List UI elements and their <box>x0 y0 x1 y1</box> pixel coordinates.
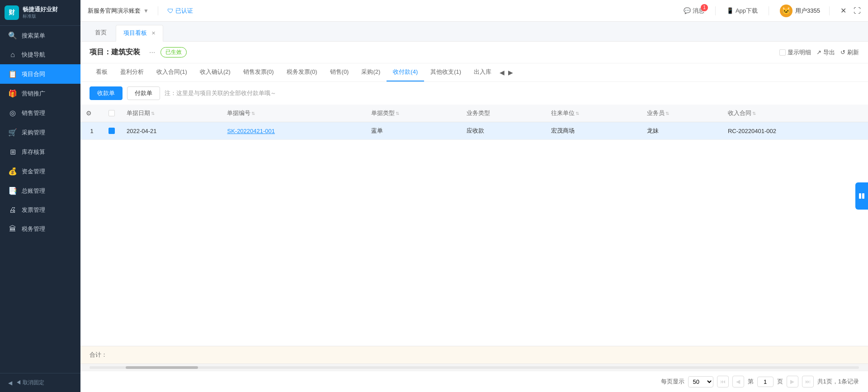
subtab-inout-label: 出入库 <box>474 68 491 75</box>
subtab-tax-invoice[interactable]: 税务发票(0) <box>280 63 324 81</box>
refresh-button[interactable]: ↺ 刷新 <box>840 48 859 57</box>
sidebar-item-finance[interactable]: 💰 资金管理 <box>0 162 80 181</box>
th-partner[interactable]: 往来单位 ⇅ <box>546 105 641 122</box>
filter-bar: 收款单 付款单 注：这里是与项目关联的全部收付款单哦～ <box>80 82 868 105</box>
subtabs-prev-btn[interactable]: ◀ <box>498 65 506 80</box>
sidebar-item-purchase[interactable]: 🛒 采购管理 <box>0 123 80 142</box>
sidebar-item-ledger[interactable]: 📑 总账管理 <box>0 181 80 201</box>
more-button[interactable]: ··· <box>149 48 155 57</box>
th-partner-sort[interactable]: 往来单位 ⇅ <box>551 109 636 117</box>
table-header-row: ⚙ 单据日期 ⇅ 单据编号 <box>80 105 868 122</box>
th-date-sort[interactable]: 单据日期 ⇅ <box>127 109 216 117</box>
search-icon: 🔍 <box>8 31 17 40</box>
app-title-block: 畅捷通好业财 标准版 <box>23 6 58 20</box>
th-salesman-sort[interactable]: 业务员 ⇅ <box>647 109 717 117</box>
th-number[interactable]: 单据编号 ⇅ <box>222 105 365 122</box>
next-page-btn[interactable]: ▶ <box>787 376 798 387</box>
subtab-inout[interactable]: 出入库 <box>467 63 498 81</box>
subtab-kanban-label: 看板 <box>96 68 108 75</box>
th-type-sort[interactable]: 单据类型 ⇅ <box>371 109 456 117</box>
receipt-filter-btn[interactable]: 收款单 <box>90 86 123 100</box>
user-menu[interactable]: 🐱 用户3355 <box>780 5 820 17</box>
sidebar-item-label: 快捷导航 <box>22 51 45 59</box>
subtabs-next-btn[interactable]: ▶ <box>506 65 515 80</box>
header-actions: 显示明细 ↗ 导出 ↺ 刷新 <box>779 48 859 57</box>
project-selector[interactable]: 新服务官网演示账套 ▼ <box>88 7 149 15</box>
unpin-icon: ◀ <box>8 380 12 386</box>
last-page-btn[interactable]: ⏭ <box>802 376 814 387</box>
expand-window-button[interactable]: ⛶ <box>854 7 861 15</box>
sidebar-item-invoice[interactable]: 🖨 发票管理 <box>0 201 80 220</box>
th-income-contract-sort[interactable]: 收入合同 ⇅ <box>728 109 863 117</box>
subtab-purchase[interactable]: 采购(2) <box>355 63 387 81</box>
close-window-button[interactable]: ✕ <box>840 6 846 15</box>
sidebar-item-marketing[interactable]: 🎁 营销推广 <box>0 84 80 103</box>
th-type[interactable]: 单据类型 ⇅ <box>366 105 461 122</box>
row-number[interactable]: SK-20220421-001 <box>222 122 365 140</box>
scrollbar-thumb[interactable] <box>126 366 198 369</box>
tab-close-icon[interactable]: ✕ <box>151 30 156 36</box>
message-icon: 💬 <box>684 7 691 14</box>
subtab-sales-invoice[interactable]: 销售发票(0) <box>237 63 280 81</box>
subtab-kanban[interactable]: 看板 <box>90 63 114 81</box>
export-button[interactable]: ↗ 导出 <box>816 48 835 57</box>
sidebar-item-inventory[interactable]: ⊞ 库存核算 <box>0 142 80 162</box>
subtab-receipt[interactable]: 收付款(4) <box>387 63 424 81</box>
svg-rect-0 <box>859 193 861 199</box>
subtab-other-expense[interactable]: 其他收支(1) <box>424 63 467 81</box>
table-row[interactable]: 1 2022-04-21 SK-20220421-001 蓝单 应收款 宏茂商场… <box>80 122 868 140</box>
scrollbar-track <box>90 366 859 369</box>
prev-page-btn[interactable]: ◀ <box>732 376 744 387</box>
project-name: 新服务官网演示账套 <box>88 7 141 15</box>
subtab-profit[interactable]: 盈利分析 <box>114 63 150 81</box>
first-page-btn[interactable]: ⏮ <box>717 376 729 387</box>
page-label: 第 <box>748 378 754 386</box>
unpin-button[interactable]: ◀ ◀ 取消固定 <box>0 373 80 392</box>
settings-icon[interactable]: ⚙ <box>86 110 92 117</box>
th-number-sort[interactable]: 单据编号 ⇅ <box>227 109 360 117</box>
row-number-link[interactable]: SK-20220421-001 <box>227 128 275 134</box>
app-logo: 财 <box>5 5 19 20</box>
app-download-button[interactable]: 📱 App下载 <box>726 7 758 15</box>
finance-icon: 💰 <box>8 167 17 176</box>
subtabs: 看板 盈利分析 收入合同(1) 收入确认(2) 销售发票(0) 税务发票(0) … <box>80 63 868 82</box>
th-check[interactable] <box>103 105 121 122</box>
sidebar-item-tax[interactable]: 🏛 税务管理 <box>0 220 80 239</box>
sidebar-item-label: 销售管理 <box>22 109 45 117</box>
row-checkbox[interactable] <box>108 128 115 134</box>
message-button[interactable]: 💬 消息 1 <box>684 7 704 15</box>
page-title-prefix: 项目： <box>90 48 111 56</box>
row-income-contract: RC-20220401-002 <box>722 122 868 140</box>
right-panel-btn[interactable] <box>855 182 868 210</box>
per-page-select[interactable]: 50 100 200 <box>688 376 713 387</box>
sidebar-item-search[interactable]: 🔍 搜索菜单 <box>0 26 80 45</box>
th-income-contract[interactable]: 收入合同 ⇅ <box>722 105 868 122</box>
sidebar-item-quicknav[interactable]: ⌂ 快捷导航 <box>0 45 80 64</box>
row-check[interactable] <box>103 122 121 140</box>
header-checkbox[interactable] <box>108 110 115 116</box>
show-detail-checkbox[interactable]: 显示明细 <box>779 48 811 57</box>
subtab-income-confirm[interactable]: 收入确认(2) <box>193 63 237 81</box>
subtab-sales[interactable]: 销售(0) <box>324 63 355 81</box>
sidebar-item-contracts[interactable]: 📋 项目合同 <box>0 64 80 84</box>
subtab-sales-label: 销售(0) <box>330 68 349 75</box>
ledger-icon: 📑 <box>8 186 17 195</box>
content-area: 项目：建筑安装 ··· 已生效 显示明细 ↗ 导出 ↺ 刷新 <box>80 42 868 392</box>
page-input[interactable] <box>757 377 774 387</box>
sort-icon: ⇅ <box>752 111 756 116</box>
total-label: 合计： <box>90 351 107 358</box>
th-salesman[interactable]: 业务员 ⇅ <box>642 105 722 122</box>
export-icon: ↗ <box>816 49 821 56</box>
sidebar-item-label: 资金管理 <box>22 167 45 176</box>
checkbox-square <box>779 49 786 56</box>
subtab-income-contract[interactable]: 收入合同(1) <box>150 63 193 81</box>
row-partner: 宏茂商场 <box>546 122 641 140</box>
th-date[interactable]: 单据日期 ⇅ <box>121 105 222 122</box>
th-settings[interactable]: ⚙ <box>80 105 103 122</box>
tab-home[interactable]: 首页 <box>88 25 114 41</box>
sidebar-item-sales[interactable]: ◎ 销售管理 <box>0 103 80 123</box>
payment-filter-btn[interactable]: 付款单 <box>127 86 160 100</box>
tab-project-board[interactable]: 项目看板 ✕ <box>116 25 163 42</box>
main-area: 新服务官网演示账套 ▼ 🛡 已认证 💬 消息 1 📱 App下载 🐱 用户335… <box>80 0 868 392</box>
subtab-income-confirm-label: 收入确认(2) <box>200 68 231 75</box>
